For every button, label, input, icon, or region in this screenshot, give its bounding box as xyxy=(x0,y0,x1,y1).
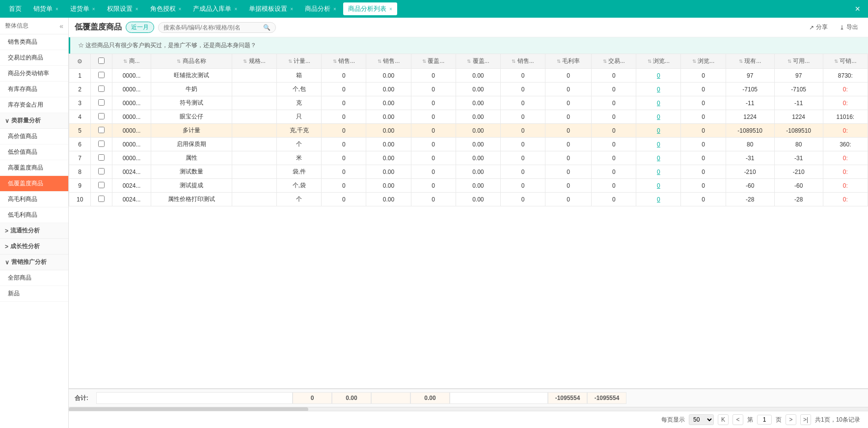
last-page-button[interactable]: >| xyxy=(800,414,811,425)
nav-item-close-商品分析列表[interactable]: × xyxy=(389,6,392,12)
col-header-code[interactable]: ⇅ 商... xyxy=(112,54,151,69)
browse-link[interactable]: 0 xyxy=(657,72,660,79)
browse-link[interactable]: 0 xyxy=(657,100,660,107)
settings-icon[interactable]: ⚙ xyxy=(77,58,82,65)
browse-link[interactable]: 0 xyxy=(657,86,660,93)
export-button[interactable]: ⤓ 导出 xyxy=(836,22,862,33)
col-header-spec[interactable]: ⇅ 规格... xyxy=(232,54,277,69)
current-stock: -11 xyxy=(726,96,774,110)
prev-page-button[interactable]: < xyxy=(732,414,743,425)
period-button[interactable]: 近一月 xyxy=(126,22,154,33)
sidebar-section-成长性分析[interactable]: >成长性分析 xyxy=(0,239,68,255)
col-header-name[interactable]: ⇅ 商品名称 xyxy=(151,54,232,69)
next-page-button[interactable]: > xyxy=(786,414,796,425)
sidebar-section-类群量分析[interactable]: ∨类群量分析 xyxy=(0,113,68,129)
row-select-checkbox[interactable] xyxy=(98,72,105,78)
col-header-sales3[interactable]: ⇅ 销售... xyxy=(500,54,545,69)
sidebar-item-库存资金占用[interactable]: 库存资金占用 xyxy=(0,97,68,113)
page-size-select[interactable]: 50100200 xyxy=(689,414,714,425)
sidebar-item-有库存商品[interactable]: 有库存商品 xyxy=(0,82,68,97)
col-header-cover1[interactable]: ⇅ 覆盖... xyxy=(411,54,456,69)
sales-qty: 0 xyxy=(322,151,366,165)
sidebar-collapse-button[interactable]: « xyxy=(59,22,63,30)
nav-item-close-权限设置[interactable]: × xyxy=(136,6,138,12)
col-header-checkbox[interactable] xyxy=(91,54,112,69)
col-header-browse2[interactable]: ⇅ 浏览... xyxy=(681,54,726,69)
col-header-gross_margin[interactable]: ⇅ 毛利率 xyxy=(545,54,592,69)
col-header-available[interactable]: ⇅ 可用... xyxy=(774,54,823,69)
search-box: 🔍 xyxy=(158,22,276,33)
select-all-checkbox[interactable] xyxy=(98,57,105,64)
nav-item-close-销货单[interactable]: × xyxy=(55,6,58,12)
col-header-sales_amt[interactable]: ⇅ 销售... xyxy=(366,54,411,69)
browse-link[interactable]: 0 xyxy=(657,127,660,134)
row-select-checkbox[interactable] xyxy=(98,168,105,174)
nav-item-单据模板设置[interactable]: 单据模板设置 × xyxy=(244,2,298,15)
sidebar-item-高毛利商品[interactable]: 高毛利商品 xyxy=(0,192,68,207)
horizontal-scrollbar[interactable] xyxy=(69,407,868,411)
row-select-checkbox[interactable] xyxy=(98,86,105,92)
nav-item-商品分析列表[interactable]: 商品分析列表 × xyxy=(343,2,397,15)
row-select-checkbox[interactable] xyxy=(98,182,105,188)
browse-link[interactable]: 0 xyxy=(657,169,660,175)
sidebar-section-流通性分析[interactable]: >流通性分析 xyxy=(0,223,68,239)
col-header-sellable[interactable]: ⇅ 可销... xyxy=(823,54,868,69)
row-select-checkbox[interactable] xyxy=(98,196,105,202)
nav-item-进货单[interactable]: 进货单 × xyxy=(65,2,100,15)
sidebar-item-低毛利商品[interactable]: 低毛利商品 xyxy=(0,207,68,223)
sidebar-item-全部商品[interactable]: 全部商品 xyxy=(0,270,68,286)
row-select-checkbox[interactable] xyxy=(98,154,105,161)
browse-link[interactable]: 0 xyxy=(657,141,660,148)
nav-item-首页[interactable]: 首页 xyxy=(4,2,27,15)
nav-item-商品分析[interactable]: 商品分析 × xyxy=(300,2,341,15)
search-input[interactable] xyxy=(163,24,261,31)
browse1: 0 xyxy=(636,110,681,124)
sidebar-section-营销推广分析[interactable]: ∨营销推广分析 xyxy=(0,255,68,270)
row-select-checkbox[interactable] xyxy=(98,127,105,133)
col-header-current_stock[interactable]: ⇅ 现有... xyxy=(726,54,774,69)
browse-link[interactable]: 0 xyxy=(657,114,660,120)
trade: 0 xyxy=(592,69,636,83)
col-header-browse1[interactable]: ⇅ 浏览... xyxy=(636,54,681,69)
share-button[interactable]: ↗ 分享 xyxy=(805,22,832,33)
col-header-cover2[interactable]: ⇅ 覆盖... xyxy=(456,54,500,69)
col-header-unit[interactable]: ⇅ 计量... xyxy=(277,54,322,69)
nav-item-close-进货单[interactable]: × xyxy=(92,6,95,12)
col-header-sales_qty[interactable]: ⇅ 销售... xyxy=(322,54,366,69)
current-stock: 97 xyxy=(726,69,774,83)
footer-sales-amt: 0.00 xyxy=(332,392,371,404)
sidebar-item-低价值商品[interactable]: 低价值商品 xyxy=(0,144,68,160)
nav-item-角色授权[interactable]: 角色授权 × xyxy=(145,2,187,15)
nav-item-close-单据模板设置[interactable]: × xyxy=(290,6,293,12)
product-code: 0024... xyxy=(112,165,151,179)
row-select-checkbox[interactable] xyxy=(98,141,105,147)
browse-link[interactable]: 0 xyxy=(657,155,660,162)
sidebar-item-高价值商品[interactable]: 高价值商品 xyxy=(0,129,68,144)
col-header-trade[interactable]: ⇅ 交易... xyxy=(592,54,636,69)
nav-item-权限设置[interactable]: 权限设置 × xyxy=(102,2,143,15)
sales-amt: 0.00 xyxy=(366,110,411,124)
page-number-input[interactable] xyxy=(757,415,772,425)
window-close-button[interactable]: × xyxy=(851,4,864,14)
sidebar-item-交易过的商品[interactable]: 交易过的商品 xyxy=(0,50,68,66)
nav-item-close-商品分析[interactable]: × xyxy=(333,6,336,12)
nav-item-销货单[interactable]: 销货单 × xyxy=(28,2,63,15)
sellable: 0: xyxy=(823,179,868,193)
first-page-button[interactable]: K xyxy=(718,414,729,425)
browse-link[interactable]: 0 xyxy=(657,182,660,189)
sidebar-item-新品[interactable]: 新品 xyxy=(0,286,68,302)
row-select-checkbox[interactable] xyxy=(98,99,105,106)
sort-icon: ⇅ xyxy=(787,58,791,64)
col-header-settings[interactable]: ⚙ xyxy=(69,54,91,69)
browse-link[interactable]: 0 xyxy=(657,196,660,203)
row-select-checkbox[interactable] xyxy=(98,113,105,119)
sidebar-item-高覆盖度商品[interactable]: 高覆盖度商品 xyxy=(0,160,68,176)
nav-item-close-角色授权[interactable]: × xyxy=(179,6,182,12)
sidebar-item-销售类商品[interactable]: 销售类商品 xyxy=(0,34,68,50)
sidebar-item-商品分类动销率[interactable]: 商品分类动销率 xyxy=(0,66,68,82)
sidebar-item-低覆盖度商品[interactable]: 低覆盖度商品 xyxy=(0,176,68,192)
nav-item-close-产成品入库单[interactable]: × xyxy=(234,6,237,12)
nav-item-产成品入库单[interactable]: 产成品入库单 × xyxy=(188,2,242,15)
sort-icon: ⇅ xyxy=(692,58,696,64)
table-row: 20000...牛奶个,包00.0000.0000000-7105-71050: xyxy=(69,83,868,96)
